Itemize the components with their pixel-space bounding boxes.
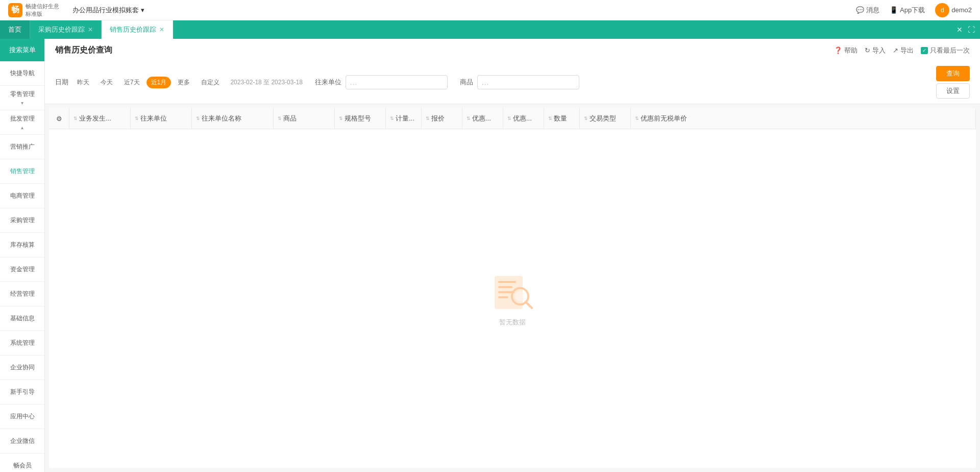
date-btn-more[interactable]: 更多 bbox=[173, 77, 194, 88]
sidebar-item-wechat[interactable]: 企业微信 bbox=[0, 429, 44, 454]
sidebar-item-purchase[interactable]: 采购管理 bbox=[0, 208, 44, 233]
sidebar-item-guide[interactable]: 新手引导 bbox=[0, 380, 44, 405]
page-header: 销售历史价查询 ❓ 帮助 ↻ 导入 ↗ 导出 ✓ bbox=[45, 39, 980, 104]
sidebar-item-wholesale[interactable]: 批发管理 ▴ bbox=[0, 110, 44, 135]
sort-icon: ⇅ bbox=[507, 116, 511, 121]
no-data-svg bbox=[487, 271, 538, 312]
sidebar-item-member[interactable]: 畅会员 bbox=[0, 454, 44, 472]
product-filter-group: 商品 ... bbox=[460, 75, 579, 89]
th-pretax-price[interactable]: ⇅ 优惠前无税单价 bbox=[631, 108, 976, 129]
logo-area: 畅 畅捷信好生意 标准版 bbox=[8, 3, 59, 17]
query-button[interactable]: 查询 bbox=[936, 66, 970, 81]
sidebar-item-inventory[interactable]: 库存核算 bbox=[0, 233, 44, 257]
topbar: 畅 畅捷信好生意 标准版 办公用品行业模拟账套 ▾ 💬 消息 📱 App下载 d… bbox=[0, 0, 980, 20]
logo-text: 畅捷信好生意 标准版 bbox=[26, 3, 59, 17]
import-icon: ↻ bbox=[865, 46, 870, 54]
sort-icon: ⇅ bbox=[74, 116, 78, 121]
sidebar: 搜索菜单 快捷导航 零售管理 ▾ 批发管理 ▴ 营销推广 销售管理 电商管理 采… bbox=[0, 39, 45, 472]
filter-row: 日期 昨天 今天 近7天 近1月 更多 自定义 2023-02-18 至 202… bbox=[55, 61, 970, 104]
sort-icon: ⇅ bbox=[635, 116, 639, 121]
th-discount2[interactable]: ⇅ 优惠... bbox=[503, 108, 544, 129]
logo-icon: 畅 bbox=[8, 3, 22, 17]
sidebar-item-cooperation[interactable]: 企业协同 bbox=[0, 356, 44, 380]
date-btn-7days[interactable]: 近7天 bbox=[119, 77, 144, 88]
date-filter-group: 日期 昨天 今天 近7天 近1月 更多 自定义 2023-02-18 至 202… bbox=[55, 77, 303, 88]
svg-rect-2 bbox=[498, 286, 512, 288]
date-label: 日期 bbox=[55, 78, 68, 87]
th-trade-type[interactable]: ⇅ 交易类型 bbox=[580, 108, 631, 129]
sidebar-item-system[interactable]: 系统管理 bbox=[0, 331, 44, 356]
close-purchase-tab-icon[interactable]: ✕ bbox=[88, 26, 93, 33]
sidebar-item-operations[interactable]: 经营管理 bbox=[0, 282, 44, 306]
th-quote-price[interactable]: ⇅ 报价 bbox=[422, 108, 462, 129]
sidebar-item-quick-nav[interactable]: 快捷导航 bbox=[0, 61, 44, 86]
th-product[interactable]: ⇅ 商品 bbox=[274, 108, 335, 129]
tab-purchase-history[interactable]: 采购历史价跟踪 ✕ bbox=[30, 20, 102, 39]
th-unit-code[interactable]: ⇅ 往来单位 bbox=[131, 108, 192, 129]
unit-input[interactable]: ... bbox=[346, 75, 448, 89]
chevron-down-icon: ▾ bbox=[141, 6, 144, 14]
page-actions: ❓ 帮助 ↻ 导入 ↗ 导出 ✓ 只看最后一次 bbox=[834, 46, 970, 55]
avatar: d bbox=[935, 3, 949, 17]
date-btn-yesterday[interactable]: 昨天 bbox=[72, 77, 94, 88]
svg-rect-4 bbox=[498, 296, 508, 298]
sidebar-item-basic[interactable]: 基础信息 bbox=[0, 306, 44, 331]
table-header: ⚙ ⇅ 业务发生... ⇅ 往来单位 ⇅ 往来单位名称 ⇅ 商品 bbox=[49, 108, 976, 129]
tab-sales-history[interactable]: 销售历史价跟踪 ✕ bbox=[102, 20, 173, 39]
only-last-checkbox[interactable]: ✓ 只看最后一次 bbox=[921, 46, 970, 55]
sidebar-item-sales[interactable]: 销售管理 bbox=[0, 159, 44, 184]
user-action[interactable]: d demo2 bbox=[935, 3, 972, 17]
sidebar-item-search[interactable]: 搜索菜单 bbox=[0, 39, 44, 61]
date-btn-1month[interactable]: 近1月 bbox=[146, 77, 172, 88]
topbar-left: 畅 畅捷信好生意 标准版 办公用品行业模拟账套 ▾ bbox=[8, 3, 144, 17]
export-action[interactable]: ↗ 导出 bbox=[893, 46, 914, 55]
sidebar-item-finance[interactable]: 资金管理 bbox=[0, 257, 44, 282]
date-btn-custom[interactable]: 自定义 bbox=[197, 77, 224, 88]
sort-icon: ⇅ bbox=[135, 116, 139, 121]
empty-state: 暂无数据 bbox=[49, 129, 976, 468]
th-discount1[interactable]: ⇅ 优惠... bbox=[462, 108, 503, 129]
main-layout: 搜索菜单 快捷导航 零售管理 ▾ 批发管理 ▴ 营销推广 销售管理 电商管理 采… bbox=[0, 39, 980, 472]
sort-icon: ⇅ bbox=[584, 116, 588, 121]
unit-label: 往来单位 bbox=[315, 78, 341, 87]
th-quantity[interactable]: ⇅ 数量 bbox=[544, 108, 580, 129]
import-action[interactable]: ↻ 导入 bbox=[865, 46, 886, 55]
chevron-up-icon: ▴ bbox=[21, 125, 23, 130]
content-area: 销售历史价查询 ❓ 帮助 ↻ 导入 ↗ 导出 ✓ bbox=[45, 39, 980, 472]
product-label: 商品 bbox=[460, 78, 473, 87]
tab-home[interactable]: 首页 bbox=[0, 20, 30, 39]
app-download-action[interactable]: 📱 App下载 bbox=[890, 6, 925, 15]
sort-icon: ⇅ bbox=[426, 116, 430, 121]
close-sales-tab-icon[interactable]: ✕ bbox=[159, 26, 164, 33]
gear-icon: ⚙ bbox=[56, 115, 62, 123]
sort-icon: ⇅ bbox=[339, 116, 343, 121]
sidebar-item-marketing[interactable]: 营销推广 bbox=[0, 135, 44, 159]
svg-line-6 bbox=[526, 302, 532, 308]
export-icon: ↗ bbox=[893, 46, 898, 54]
help-action[interactable]: ❓ 帮助 bbox=[834, 46, 857, 55]
sidebar-item-app-center[interactable]: 应用中心 bbox=[0, 405, 44, 429]
sort-icon: ⇅ bbox=[278, 116, 282, 121]
th-business-date[interactable]: ⇅ 业务发生... bbox=[69, 108, 131, 129]
tabbar: 首页 采购历史价跟踪 ✕ 销售历史价跟踪 ✕ ✕ ⛶ bbox=[0, 20, 980, 39]
sidebar-item-retail[interactable]: 零售管理 ▾ bbox=[0, 86, 44, 110]
empty-illustration bbox=[487, 271, 538, 312]
th-unit-measure[interactable]: ⇅ 计量... bbox=[386, 108, 422, 129]
settings-button[interactable]: 设置 bbox=[936, 83, 970, 99]
chevron-down-icon: ▾ bbox=[21, 100, 23, 106]
close-tab-button[interactable]: ✕ bbox=[957, 26, 963, 34]
page-title: 销售历史价查询 bbox=[55, 45, 112, 56]
checkbox-icon: ✓ bbox=[921, 47, 928, 54]
topbar-right: 💬 消息 📱 App下载 d demo2 bbox=[856, 3, 972, 17]
product-input[interactable]: ... bbox=[477, 75, 579, 89]
th-settings[interactable]: ⚙ bbox=[49, 108, 69, 129]
sidebar-item-ecommerce[interactable]: 电商管理 bbox=[0, 184, 44, 208]
message-action[interactable]: 💬 消息 bbox=[856, 6, 879, 15]
company-select[interactable]: 办公用品行业模拟账套 ▾ bbox=[72, 6, 144, 15]
th-spec[interactable]: ⇅ 规格型号 bbox=[335, 108, 386, 129]
sort-icon: ⇅ bbox=[196, 116, 200, 121]
tabbar-actions: ✕ ⛶ bbox=[951, 20, 980, 39]
maximize-button[interactable]: ⛶ bbox=[968, 26, 975, 34]
date-btn-today[interactable]: 今天 bbox=[96, 77, 117, 88]
th-unit-name[interactable]: ⇅ 往来单位名称 bbox=[192, 108, 274, 129]
